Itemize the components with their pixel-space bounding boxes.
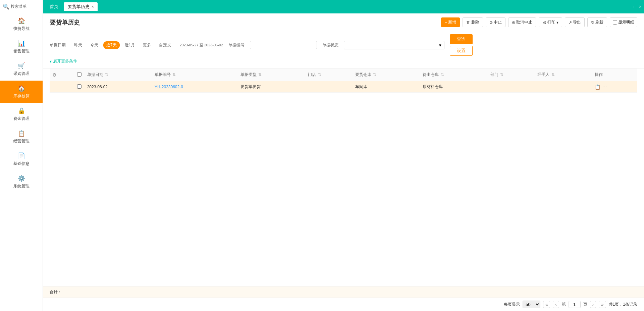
col-pending-warehouse-label: 待出仓库 bbox=[423, 72, 439, 77]
minimize-icon[interactable]: ─ bbox=[628, 4, 631, 9]
table-body: 2023-06-02 YH-20230602-0 要货单要货 车间库 原材料仓库… bbox=[50, 81, 637, 93]
maximize-icon[interactable]: □ bbox=[634, 4, 636, 9]
date-btn-1month[interactable]: 近1月 bbox=[122, 41, 138, 49]
query-button[interactable]: 查询 bbox=[450, 34, 473, 44]
print-label: 打印 bbox=[547, 19, 555, 25]
add-label: 新增 bbox=[448, 19, 456, 25]
col-req-warehouse[interactable]: 要货仓库 ⇅ bbox=[353, 69, 420, 81]
export-button[interactable]: ↗ 导出 bbox=[565, 17, 585, 27]
row-date: 2023-06-02 bbox=[85, 81, 152, 93]
setting-button[interactable]: 设置 bbox=[450, 46, 473, 56]
data-table: ⚙ 单据日期 ⇅ 单据编号 ⇅ 单据类型 ⇅ bbox=[50, 69, 637, 93]
view-icon[interactable]: 📋 bbox=[595, 84, 600, 90]
col-department-label: 部门 bbox=[490, 72, 498, 77]
page-title: 要货单历史 bbox=[50, 18, 80, 27]
export-icon: ↗ bbox=[569, 20, 572, 25]
table-row[interactable]: 2023-06-02 YH-20230602-0 要货单要货 车间库 原材料仓库… bbox=[50, 81, 637, 93]
settings-col[interactable]: ⚙ bbox=[50, 69, 74, 81]
per-page-select[interactable]: 50 100 200 bbox=[523, 301, 540, 308]
date-btn-today[interactable]: 今天 bbox=[87, 41, 101, 49]
next-page-button[interactable]: › bbox=[590, 301, 596, 308]
cancel-stop-button[interactable]: ⊘ 取消中止 bbox=[508, 17, 536, 27]
action-buttons: 查询 设置 bbox=[450, 34, 473, 56]
sort-type-icon: ⇅ bbox=[258, 72, 262, 77]
col-handler[interactable]: 经手人 ⇅ bbox=[535, 69, 592, 81]
sidebar-item-purchase[interactable]: 🛒 采购管理 bbox=[0, 58, 43, 81]
last-page-button[interactable]: » bbox=[599, 301, 606, 308]
table-footer: 合计： bbox=[43, 286, 644, 298]
print-dropdown-icon: ▾ bbox=[556, 20, 558, 25]
col-number[interactable]: 单据编号 ⇅ bbox=[152, 69, 238, 81]
select-all-checkbox[interactable] bbox=[77, 72, 82, 77]
sidebar: 🔍 搜索菜单 🏠 快捷导航 📊 销售管理 🛒 采购管理 🏠 库存核算 🔒 资金管… bbox=[0, 0, 43, 311]
row-number-link[interactable]: YH-20230602-0 bbox=[155, 85, 183, 89]
inventory-icon: 🏠 bbox=[18, 85, 25, 92]
first-page-button[interactable]: « bbox=[543, 301, 550, 308]
display-dense-label: 显示明细 bbox=[618, 19, 634, 25]
checkbox-col[interactable] bbox=[74, 69, 85, 81]
date-btn-7days[interactable]: 近7天 bbox=[103, 41, 120, 49]
display-dense-checkbox[interactable] bbox=[613, 20, 617, 25]
sidebar-item-basic[interactable]: 📄 基础信息 bbox=[0, 148, 43, 171]
refresh-label: 刷新 bbox=[595, 19, 603, 25]
date-btn-more[interactable]: 更多 bbox=[140, 41, 154, 49]
col-date[interactable]: 单据日期 ⇅ bbox=[85, 69, 152, 81]
tab-close-icon[interactable]: × bbox=[92, 5, 94, 9]
col-pending-warehouse[interactable]: 待出仓库 ⇅ bbox=[420, 69, 487, 81]
col-store-label: 门店 bbox=[308, 72, 316, 77]
tab-active-label: 要货单历史 bbox=[68, 4, 90, 10]
stop-icon: ⊘ bbox=[489, 20, 493, 25]
print-button[interactable]: 🖨 打印 ▾ bbox=[539, 17, 562, 27]
row-checkbox[interactable] bbox=[77, 84, 82, 89]
table-wrapper: ⚙ 单据日期 ⇅ 单据编号 ⇅ 单据类型 ⇅ bbox=[43, 69, 644, 286]
row-checkbox-cell[interactable] bbox=[74, 81, 85, 93]
table-settings-icon[interactable]: ⚙ bbox=[52, 72, 57, 78]
refresh-button[interactable]: ↻ 刷新 bbox=[587, 17, 607, 27]
prev-page-button[interactable]: ‹ bbox=[553, 301, 559, 308]
sidebar-item-sales[interactable]: 📊 销售管理 bbox=[0, 36, 43, 58]
tab-active[interactable]: 要货单历史 × bbox=[64, 2, 98, 11]
add-button[interactable]: + 新增 bbox=[441, 17, 460, 27]
col-type[interactable]: 单据类型 ⇅ bbox=[238, 69, 305, 81]
col-operation-label: 操作 bbox=[595, 72, 603, 77]
row-operation: 📋 ⋯ bbox=[592, 81, 637, 93]
expand-icon: ▾ bbox=[50, 59, 52, 64]
date-btn-custom[interactable]: 自定义 bbox=[156, 41, 174, 49]
sidebar-item-system[interactable]: ⚙️ 系统管理 bbox=[0, 171, 43, 193]
topbar: 首页 要货单历史 × ─ □ × bbox=[43, 0, 644, 13]
sidebar-item-finance[interactable]: 🔒 资金管理 bbox=[0, 103, 43, 126]
tab-home[interactable]: 首页 bbox=[46, 2, 62, 11]
cancel-stop-label: 取消中止 bbox=[516, 19, 532, 25]
delete-button[interactable]: 🗑 删除 bbox=[463, 17, 483, 27]
display-dense-button[interactable]: 显示明细 bbox=[610, 17, 637, 27]
search-icon: 🔍 bbox=[3, 3, 9, 10]
sidebar-item-inventory[interactable]: 🏠 库存核算 bbox=[0, 81, 43, 103]
sidebar-item-quicknav[interactable]: 🏠 快捷导航 bbox=[0, 13, 43, 36]
doc-number-input[interactable] bbox=[250, 41, 317, 49]
gear-icon: ⚙️ bbox=[18, 175, 25, 182]
page-number-input[interactable] bbox=[569, 301, 581, 308]
col-req-warehouse-label: 要货仓库 bbox=[355, 72, 371, 77]
expand-more-button[interactable]: ▾ 展开更多条件 bbox=[50, 58, 77, 64]
sidebar-item-label: 采购管理 bbox=[13, 71, 30, 77]
more-icon[interactable]: ⋯ bbox=[602, 84, 607, 90]
sidebar-item-label: 资金管理 bbox=[13, 116, 30, 122]
toolbar: + 新增 🗑 删除 ⊘ 中止 ⊘ 取消中止 🖨 打印 bbox=[441, 17, 637, 27]
col-number-label: 单据编号 bbox=[155, 72, 171, 77]
search-menu[interactable]: 🔍 搜索菜单 bbox=[0, 0, 43, 13]
row-req-warehouse: 车间库 bbox=[353, 81, 420, 93]
op-icons: 📋 ⋯ bbox=[595, 84, 635, 90]
sidebar-item-operations[interactable]: 📋 经营管理 bbox=[0, 126, 43, 148]
pagination: 每页显示 50 100 200 « ‹ 第 页 › » 共1页，1条记录 bbox=[43, 298, 644, 311]
date-btn-yesterday[interactable]: 昨天 bbox=[71, 41, 85, 49]
status-select[interactable]: ▾ bbox=[344, 41, 444, 49]
status-label: 单据状态 bbox=[322, 42, 338, 48]
row-number[interactable]: YH-20230602-0 bbox=[152, 81, 238, 93]
stop-button[interactable]: ⊘ 中止 bbox=[486, 17, 505, 27]
col-store[interactable]: 门店 ⇅ bbox=[305, 69, 353, 81]
sort-pending-warehouse-icon: ⇅ bbox=[441, 72, 444, 77]
col-department[interactable]: 部门 ⇅ bbox=[488, 69, 535, 81]
sort-store-icon: ⇅ bbox=[318, 72, 321, 77]
sort-date-icon: ⇅ bbox=[105, 72, 108, 77]
close-window-icon[interactable]: × bbox=[639, 4, 641, 9]
